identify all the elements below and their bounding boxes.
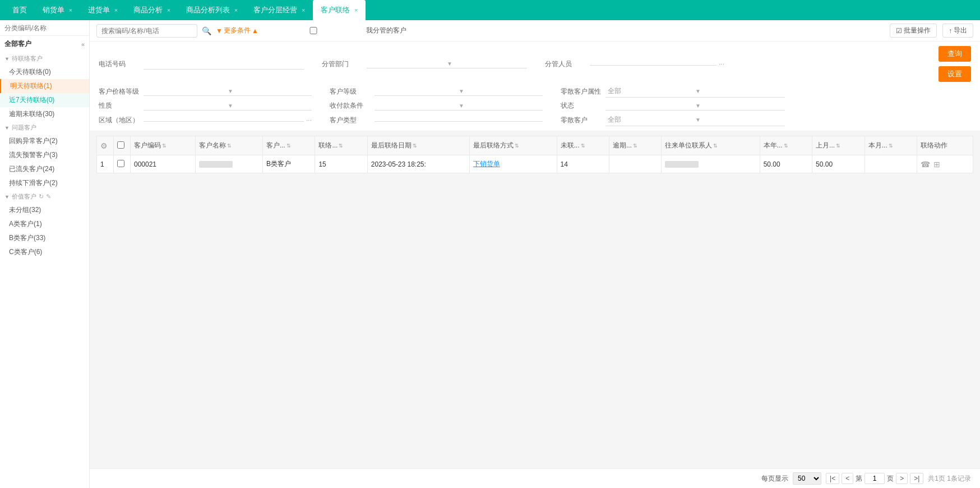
action-contact-icon[interactable]: ☎ — [921, 160, 930, 169]
col-actions: 联络动作 — [917, 136, 973, 155]
contact-count-sort-icon[interactable]: ⇅ — [339, 143, 343, 149]
page-input[interactable] — [865, 473, 885, 484]
payment-select[interactable]: ▼ — [375, 102, 543, 111]
this-month-sort-icon[interactable]: ⇅ — [889, 143, 893, 149]
customer-type-label: 客户类型 — [330, 116, 375, 125]
nav-customer-tier[interactable]: 客户分层经营 × — [246, 0, 313, 20]
last-method-sort-icon[interactable]: ⇅ — [515, 143, 519, 149]
dept-select[interactable]: ▼ — [367, 59, 527, 68]
first-page-btn[interactable]: |< — [826, 473, 839, 484]
contact-person-sort-icon[interactable]: ⇅ — [713, 143, 718, 149]
row-checkbox[interactable] — [117, 160, 124, 167]
filter-bar: 🔍 ▼ 更多条件 ▲ 我分管的客户 ☑ 批量操作 ↑ 导出 — [90, 20, 980, 42]
price-grade-select[interactable]: ▼ — [144, 87, 312, 96]
sidebar-search-input[interactable] — [4, 24, 89, 32]
col-contact-count: 联络...⇅ — [315, 136, 367, 155]
retail-customer-select[interactable]: 全部 ▼ — [605, 114, 785, 126]
nav-purchase[interactable]: 进货单 × — [80, 0, 126, 20]
sidebar-item-churn-warning[interactable]: 流失预警客户(3) — [0, 148, 89, 162]
retail-customer-chevron-icon: ▼ — [695, 117, 783, 123]
code-sort-icon[interactable]: ⇅ — [162, 143, 167, 149]
uncontact-sort-icon[interactable]: ⇅ — [581, 143, 585, 149]
person-more-icon[interactable]: ··· — [719, 60, 724, 68]
column-settings-icon[interactable]: ⚙ — [100, 141, 108, 150]
nav-customer-contact[interactable]: 客户联络 × — [313, 0, 366, 20]
my-customers-checkbox-area[interactable]: 我分管的客户 — [263, 26, 406, 35]
prev-page-btn[interactable]: < — [842, 473, 853, 484]
customer-type-select[interactable] — [375, 119, 543, 122]
chevron-up-icon: ▲ — [252, 27, 258, 35]
customer-table: ⚙ 客户编码⇅ 客户名称⇅ 客户...⇅ 联络...⇅ 最后联络日期⇅ 最后联络… — [96, 136, 973, 173]
nav-product-analysis[interactable]: 商品分析 × — [126, 0, 178, 20]
sidebar-item-tomorrow[interactable]: 明天待联络(1) — [0, 79, 89, 93]
status-select[interactable]: ▼ — [605, 102, 785, 111]
export-icon: ↑ — [949, 27, 952, 35]
setting-btn[interactable]: 设置 — [939, 66, 971, 82]
sidebar-all-customers[interactable]: 全部客户 « — [0, 36, 89, 52]
next-page-btn[interactable]: > — [896, 473, 908, 484]
retail-attr-select[interactable]: 全部 ▼ — [605, 85, 785, 98]
overdue-sort-icon[interactable]: ⇅ — [633, 143, 637, 149]
action-grid-icon[interactable]: ⊞ — [933, 160, 940, 169]
nav-home[interactable]: 首页 — [4, 0, 35, 20]
area-select[interactable] — [144, 119, 304, 122]
more-conditions-btn[interactable]: ▼ 更多条件 ▲ — [216, 26, 258, 35]
footer: 每页显示 10 20 50 100 |< < 第 页 > >| 共1页 1条记录 — [90, 468, 980, 488]
sidebar-item-ungrouped[interactable]: 未分组(32) — [0, 203, 89, 217]
sidebar-item-a-class[interactable]: A类客户(1) — [0, 217, 89, 231]
retail-customer-label: 零散客户 — [561, 116, 605, 125]
last-method-link[interactable]: 下销货单 — [473, 160, 500, 168]
sidebar-item-7days[interactable]: 近7天待联络(0) — [0, 93, 89, 107]
name-sort-icon[interactable]: ⇅ — [227, 143, 232, 149]
per-page-select[interactable]: 10 20 50 100 — [793, 472, 821, 485]
phone-label: 电话号码 — [99, 59, 144, 69]
type-sort-icon[interactable]: ⇅ — [286, 143, 291, 149]
sidebar-item-b-class[interactable]: B类客户(33) — [0, 231, 89, 245]
customer-grade-select[interactable]: ▼ — [375, 87, 543, 96]
close-product-list-icon[interactable]: × — [234, 7, 238, 13]
nav-sales[interactable]: 销货单 × — [35, 0, 80, 20]
sidebar-item-today[interactable]: 今天待联络(0) — [0, 65, 89, 79]
batch-checkbox-icon: ☑ — [896, 27, 902, 35]
row-year: 50.00 — [760, 155, 812, 173]
phone-input[interactable] — [144, 59, 304, 70]
sidebar-item-repurchase-abnormal[interactable]: 回购异常客户(2) — [0, 134, 89, 148]
value-edit-icon[interactable]: ✎ — [46, 193, 51, 200]
search-input[interactable] — [96, 24, 197, 38]
year-sort-icon[interactable]: ⇅ — [784, 143, 788, 149]
close-purchase-icon[interactable]: × — [114, 7, 118, 13]
my-customers-checkbox[interactable] — [263, 27, 364, 34]
retail-customer-value: 全部 — [608, 115, 695, 125]
last-month-sort-icon[interactable]: ⇅ — [836, 143, 840, 149]
row-last-method[interactable]: 下销货单 — [469, 155, 557, 173]
person-select[interactable] — [590, 63, 716, 66]
row-type: B类客户 — [262, 155, 315, 173]
per-page-label: 每页显示 — [761, 474, 788, 484]
sidebar-item-c-class[interactable]: C类客户(6) — [0, 245, 89, 259]
area-more-icon[interactable]: ··· — [306, 116, 312, 124]
batch-op-btn[interactable]: ☑ 批量操作 — [890, 24, 937, 38]
total-info: 共1页 1条记录 — [928, 474, 971, 484]
nav-product-list[interactable]: 商品分析列表 × — [178, 0, 246, 20]
export-btn[interactable]: ↑ 导出 — [942, 24, 973, 38]
price-grade-label: 客户价格等级 — [99, 87, 144, 96]
close-product-analysis-icon[interactable]: × — [167, 7, 170, 13]
dept-chevron-icon: ▼ — [447, 61, 525, 67]
sidebar-item-declining[interactable]: 持续下滑客户(2) — [0, 176, 89, 190]
row-contact-count: 15 — [315, 155, 367, 173]
select-all-checkbox[interactable] — [117, 141, 124, 149]
last-page-btn[interactable]: >| — [910, 473, 923, 484]
payment-chevron-icon: ▼ — [459, 103, 540, 109]
search-btn[interactable]: 🔍 — [202, 26, 211, 35]
sidebar-item-churned[interactable]: 已流失客户(24) — [0, 162, 89, 176]
col-last-month: 上月...⇅ — [812, 136, 865, 155]
gender-select[interactable]: ▼ — [144, 102, 312, 111]
query-btn[interactable]: 查询 — [939, 46, 971, 62]
sidebar-item-overdue[interactable]: 逾期未联络(30) — [0, 107, 89, 121]
close-customer-contact-icon[interactable]: × — [354, 7, 358, 13]
close-customer-tier-icon[interactable]: × — [302, 7, 305, 13]
row-name — [196, 155, 263, 173]
last-date-sort-icon[interactable]: ⇅ — [413, 143, 417, 149]
value-refresh-icon[interactable]: ↻ — [39, 193, 44, 200]
close-sales-icon[interactable]: × — [69, 7, 72, 13]
